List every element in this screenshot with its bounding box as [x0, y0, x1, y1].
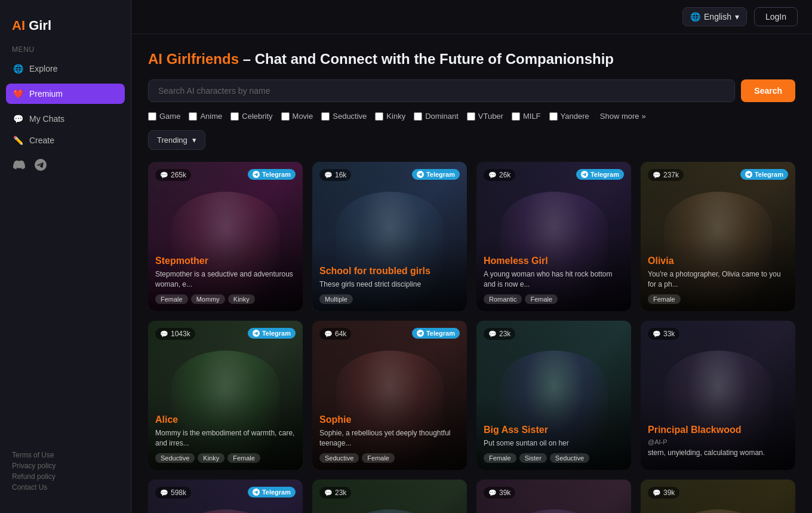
show-more-button[interactable]: Show more »	[600, 112, 646, 121]
discord-icon[interactable]	[13, 159, 25, 174]
filter-dominant[interactable]: Dominant	[414, 112, 459, 121]
card-card-row3-4[interactable]: 💬 39k	[641, 480, 795, 513]
telegram-icon[interactable]	[35, 159, 47, 174]
privacy-link[interactable]: Privacy policy	[12, 462, 119, 470]
telegram-badge[interactable]: Telegram	[248, 487, 296, 497]
sidebar-item-label: Create	[29, 136, 54, 145]
card-alice[interactable]: 💬 1043k TelegramAliceMommy is the embodi…	[148, 321, 303, 470]
tag[interactable]: Sister	[519, 453, 547, 463]
filter-yandere-checkbox[interactable]	[549, 112, 558, 121]
sidebar: AI Girl Menu 🌐 Explore ❤️ Premium 💬 My C…	[0, 0, 131, 513]
sidebar-item-my-chats[interactable]: 💬 My Chats	[6, 109, 125, 129]
telegram-badge[interactable]: Telegram	[740, 169, 788, 180]
card-card-row3-3[interactable]: 💬 39k	[476, 480, 631, 513]
tag[interactable]: Multiple	[319, 294, 353, 304]
card-count: 💬 1043k	[155, 328, 195, 340]
card-principal-blackwood[interactable]: 💬 33kPrincipal Blackwood@AI-Pstern, unyi…	[641, 321, 795, 470]
telegram-badge[interactable]: Telegram	[576, 169, 624, 180]
filter-celebrity-checkbox[interactable]	[230, 112, 239, 121]
card-olivia[interactable]: 💬 237k TelegramOliviaYou're a photograph…	[641, 162, 795, 311]
card-count: 💬 39k	[484, 487, 515, 499]
filter-dominant-checkbox[interactable]	[414, 112, 422, 121]
card-card-row3-1[interactable]: 💬 598k Telegram	[148, 480, 303, 513]
chat-count-icon: 💬	[160, 330, 168, 338]
card-big-ass-sister[interactable]: 💬 23kBig Ass SisterPut some suntan oil o…	[476, 321, 631, 470]
search-button[interactable]: Search	[741, 79, 795, 102]
card-top: 💬 33k	[648, 328, 788, 340]
menu-label: Menu	[0, 45, 131, 59]
card-count: 💬 598k	[155, 487, 191, 499]
card-top: 💬 237k Telegram	[648, 169, 788, 181]
logo[interactable]: AI Girl	[0, 12, 131, 45]
filter-anime[interactable]: Anime	[189, 112, 222, 121]
terms-link[interactable]: Terms of Use	[12, 451, 119, 459]
contact-link[interactable]: Contact Us	[12, 483, 119, 492]
filter-movie-checkbox[interactable]	[281, 112, 290, 121]
sidebar-item-create[interactable]: ✏️ Create	[6, 130, 125, 150]
sidebar-item-premium[interactable]: ❤️ Premium	[6, 84, 125, 104]
tag[interactable]: Kinky	[228, 294, 255, 304]
card-top: 💬 39k	[648, 487, 788, 499]
card-name: Sophie	[319, 414, 460, 425]
card-stepmother[interactable]: 💬 265k TelegramStepmotherStepmother is a…	[148, 162, 303, 311]
card-school-troubled[interactable]: 💬 16k TelegramSchool for troubled girlsT…	[312, 162, 467, 311]
language-selector[interactable]: 🌐 English ▾	[682, 7, 747, 26]
tag[interactable]: Female	[525, 294, 558, 304]
card-tags: Multiple	[319, 294, 460, 304]
card-bottom: OliviaYou're a photographer, Olivia came…	[648, 256, 788, 304]
card-count: 💬 237k	[648, 169, 684, 181]
filter-game[interactable]: Game	[148, 112, 180, 121]
card-content: 💬 26k TelegramHomeless GirlA young woman…	[476, 162, 631, 311]
tag[interactable]: Female	[362, 453, 395, 463]
card-name: Principal Blackwood	[648, 425, 788, 435]
tag[interactable]: Female	[227, 453, 260, 463]
card-at-label: @AI-P	[648, 438, 788, 446]
chat-count-icon: 💬	[653, 330, 661, 338]
filter-game-checkbox[interactable]	[148, 112, 156, 121]
filter-movie[interactable]: Movie	[281, 112, 313, 121]
telegram-badge[interactable]: Telegram	[248, 328, 296, 339]
tag[interactable]: Kinky	[198, 453, 224, 463]
tag[interactable]: Seductive	[155, 453, 195, 463]
telegram-badge[interactable]: Telegram	[412, 169, 460, 180]
filter-celebrity[interactable]: Celebrity	[230, 112, 272, 121]
filter-milf-checkbox[interactable]	[512, 112, 520, 121]
refund-link[interactable]: Refund policy	[12, 472, 119, 481]
tag[interactable]: Mommy	[191, 294, 225, 304]
tag[interactable]: Seductive	[319, 453, 359, 463]
filter-seductive-checkbox[interactable]	[321, 112, 330, 121]
card-card-row3-2[interactable]: 💬 23k	[312, 480, 467, 513]
search-input[interactable]	[148, 79, 735, 102]
filter-yandere[interactable]: Yandere	[549, 112, 589, 121]
telegram-badge[interactable]: Telegram	[412, 328, 460, 339]
card-content: 💬 237k TelegramOliviaYou're a photograph…	[641, 162, 795, 311]
filter-anime-checkbox[interactable]	[189, 112, 197, 121]
card-homeless-girl[interactable]: 💬 26k TelegramHomeless GirlA young woman…	[476, 162, 631, 311]
tag[interactable]: Female	[484, 453, 516, 463]
filter-milf[interactable]: MILF	[512, 112, 541, 121]
sort-select[interactable]: Trending ▾	[148, 130, 205, 150]
tag[interactable]: Female	[155, 294, 188, 304]
card-description: Put some suntan oil on her	[484, 438, 624, 449]
card-bottom: Homeless GirlA young woman who has hit r…	[484, 256, 624, 304]
filter-kinky[interactable]: Kinky	[375, 112, 405, 121]
filter-vtuber[interactable]: VTuber	[467, 112, 503, 121]
chat-count-icon: 💬	[324, 171, 333, 179]
card-tags: FemaleMommyKinky	[155, 294, 296, 304]
login-button[interactable]: LogIn	[754, 7, 798, 26]
telegram-badge[interactable]: Telegram	[248, 169, 296, 180]
logo-name: Girl	[29, 18, 51, 33]
tag[interactable]: Romantic	[484, 294, 522, 304]
card-description: stern, unyielding, calculating woman.	[648, 448, 788, 458]
tag[interactable]: Seductive	[550, 453, 589, 463]
main-content: 🌐 English ▾ LogIn AI Girlfriends – Chat …	[131, 0, 812, 513]
filter-kinky-checkbox[interactable]	[375, 112, 383, 121]
sidebar-item-explore[interactable]: 🌐 Explore	[6, 59, 125, 79]
filter-vtuber-checkbox[interactable]	[467, 112, 475, 121]
card-sophie[interactable]: 💬 64k TelegramSophieSophie, a rebellious…	[312, 321, 467, 470]
card-bottom: Principal Blackwood@AI-Pstern, unyieldin…	[648, 425, 788, 463]
tag[interactable]: Female	[648, 294, 681, 304]
page-content: AI Girlfriends – Chat and Connect with t…	[131, 34, 812, 513]
card-content: 💬 23k	[312, 480, 467, 513]
filter-seductive[interactable]: Seductive	[321, 112, 367, 121]
